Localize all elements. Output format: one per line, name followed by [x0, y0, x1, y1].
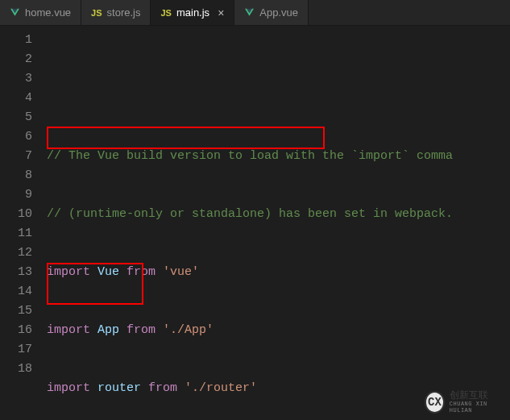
tab-label: main.js	[176, 6, 209, 19]
line-number: 1	[0, 31, 32, 50]
close-icon[interactable]: ×	[218, 6, 224, 19]
tab-main-js[interactable]: JS main.js ×	[151, 0, 234, 25]
watermark-logo: CX	[425, 391, 445, 414]
editor: 123456789101112131415161718 // The Vue b…	[0, 26, 510, 420]
line-number: 11	[0, 224, 32, 243]
line-number: 16	[0, 321, 32, 340]
code-area[interactable]: // The Vue build version to load with th…	[47, 26, 510, 420]
line-number: 12	[0, 243, 32, 263]
line-number: 4	[0, 89, 32, 108]
tab-label: store.js	[107, 6, 141, 19]
js-icon: JS	[160, 8, 171, 18]
line-number: 3	[0, 69, 32, 89]
line-number: 17	[0, 340, 32, 360]
code-line-1: // The Vue build version to load with th…	[47, 147, 510, 166]
line-number: 2	[0, 50, 32, 69]
line-number: 13	[0, 263, 32, 282]
code-line-2: // (runtime-only or standalone) has been…	[47, 205, 510, 224]
tab-home-vue[interactable]: home.vue	[0, 0, 81, 25]
line-number: 6	[0, 127, 32, 147]
tab-store-js[interactable]: JS store.js	[81, 0, 151, 25]
tab-app-vue[interactable]: App.vue	[234, 0, 309, 25]
line-number: 5	[0, 108, 32, 127]
vue-icon	[244, 7, 255, 18]
watermark: CX 创新互联 CHUANG XIN HULIAN	[425, 389, 505, 415]
tab-label: home.vue	[25, 6, 71, 19]
line-number: 18	[0, 360, 32, 379]
code-line-3: import Vue from 'vue'	[47, 263, 510, 282]
line-number: 8	[0, 166, 32, 185]
line-number: 9	[0, 185, 32, 205]
line-number: 14	[0, 282, 32, 301]
highlight-box-import-store	[47, 127, 325, 149]
watermark-sub: CHUANG XIN HULIAN	[450, 401, 505, 414]
line-number: 7	[0, 147, 32, 166]
tab-label: App.vue	[259, 6, 298, 19]
line-number: 15	[0, 301, 32, 321]
watermark-brand: 创新互联	[450, 391, 505, 401]
vue-icon	[10, 7, 20, 18]
code-line-4: import App from './App'	[47, 321, 510, 340]
js-icon: JS	[91, 8, 102, 18]
line-number: 10	[0, 205, 32, 224]
tab-bar: home.vue JS store.js JS main.js × App.vu…	[0, 0, 510, 26]
line-number-gutter: 123456789101112131415161718	[0, 26, 47, 420]
